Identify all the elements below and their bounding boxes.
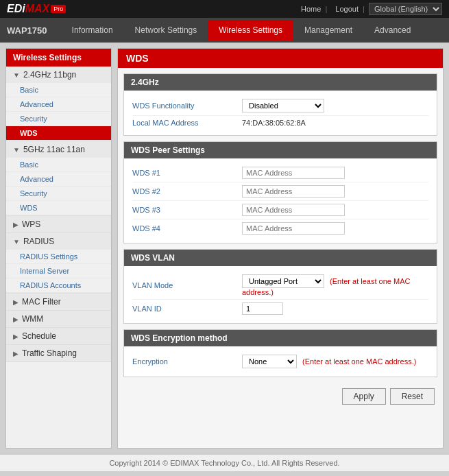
sidebar-item-advanced-24[interactable]: Advanced [6, 97, 111, 112]
nav-tab-wireless-settings[interactable]: Wireless Settings [208, 20, 293, 40]
form-row-wds2: WDS #2 [132, 182, 428, 201]
wds1-value [242, 167, 428, 179]
form-row-vlan-mode: VLAN Mode Untagged Port Tagged Port (Ent… [132, 272, 428, 300]
logo: EDiMAXPro [7, 3, 66, 15]
chevron-down-icon-5g: ▼ [13, 146, 20, 154]
nav-tab-management[interactable]: Management [293, 20, 363, 40]
section-body-vlan: VLAN Mode Untagged Port Tagged Port (Ent… [124, 266, 437, 323]
encryption-value: None WEP WPA (Enter at least one MAC add… [242, 355, 428, 368]
sidebar-item-internal-server[interactable]: Internal Server [6, 264, 111, 278]
home-link[interactable]: Home [301, 5, 321, 13]
page-title: WDS [118, 49, 443, 68]
wds3-value [242, 204, 428, 216]
form-row-local-mac: Local MAC Address 74:DA:38:05:62:8A [132, 116, 428, 130]
sidebar-section-24ghz: ▼ 2.4GHz 11bgn Basic Advanced Security W… [6, 67, 111, 141]
encryption-select[interactable]: None WEP WPA [242, 355, 297, 368]
vlan-mode-select[interactable]: Untagged Port Tagged Port [242, 274, 324, 288]
wds-functionality-label: WDS Functionality [132, 102, 242, 110]
sidebar-section-5ghz: ▼ 5GHz 11ac 11an Basic Advanced Security… [6, 141, 111, 216]
sidebar-wps-label: WPS [22, 219, 40, 229]
sidebar-section-header-24ghz[interactable]: ▼ 2.4GHz 11bgn [6, 67, 111, 83]
sidebar-item-radius-accounts[interactable]: RADIUS Accounts [6, 278, 111, 293]
chevron-right-icon-schedule: ▶ [13, 333, 19, 340]
wds-functionality-select[interactable]: Disabled Enabled [242, 99, 324, 112]
sidebar-item-wmm[interactable]: ▶ WMM [6, 311, 111, 327]
nav-tabs: Information Network Settings Wireless Se… [61, 20, 442, 40]
form-row-vlan-id: VLAN ID [132, 300, 428, 318]
section-peer-settings: WDS Peer Settings WDS #1 WDS #2 WDS #3 [123, 141, 437, 243]
nav-tab-network-settings[interactable]: Network Settings [124, 20, 208, 40]
chevron-right-icon-mac: ▶ [13, 298, 19, 306]
vlan-id-label: VLAN ID [132, 305, 242, 313]
sidebar-section-header-5ghz[interactable]: ▼ 5GHz 11ac 11an [6, 141, 111, 158]
section-vlan: WDS VLAN VLAN Mode Untagged Port Tagged … [123, 249, 437, 324]
local-mac-value: 74:DA:38:05:62:8A [242, 119, 428, 127]
section-header-vlan: WDS VLAN [124, 250, 437, 266]
sidebar-item-basic-5g[interactable]: Basic [6, 158, 111, 172]
nav-tab-information[interactable]: Information [61, 20, 124, 40]
sidebar-item-mac-filter[interactable]: ▶ MAC Filter [6, 294, 111, 310]
vlan-id-input[interactable] [242, 302, 283, 315]
sidebar-schedule-label: Schedule [22, 331, 56, 341]
sidebar-section-radius: ▼ RADIUS RADIUS Settings Internal Server… [6, 233, 111, 294]
chevron-down-icon: ▼ [13, 71, 20, 79]
form-row-encryption: Encryption None WEP WPA (Enter at least … [132, 352, 428, 371]
footer-text: Copyright 2014 © EDIMAX Technology Co., … [109, 459, 339, 467]
encryption-hint: (Enter at least one MAC address.) [302, 357, 416, 366]
sidebar-radius-label: RADIUS [23, 237, 54, 246]
vlan-mode-label: VLAN Mode [132, 281, 242, 289]
sidebar-section-header-radius[interactable]: ▼ RADIUS [6, 233, 111, 250]
chevron-right-icon-wps: ▶ [13, 221, 19, 228]
sidebar-traffic-shaping-label: Traffic Shaping [22, 348, 77, 358]
wds1-input[interactable] [242, 167, 345, 179]
device-name: WAP1750 [7, 25, 47, 36]
sidebar-item-schedule[interactable]: ▶ Schedule [6, 328, 111, 344]
sidebar-section-traffic-shaping: ▶ Traffic Shaping [6, 345, 111, 362]
sidebar-item-basic-24[interactable]: Basic [6, 83, 111, 97]
apply-button[interactable]: Apply [342, 388, 386, 405]
logo-pro-badge: Pro [51, 5, 66, 13]
top-links: Home | Logout | Global (English) [297, 3, 442, 15]
sidebar-item-radius-settings[interactable]: RADIUS Settings [6, 250, 111, 264]
sidebar-section-wmm: ▶ WMM [6, 311, 111, 328]
nav-tab-advanced[interactable]: Advanced [363, 20, 422, 40]
chevron-right-icon-traffic: ▶ [13, 350, 19, 357]
top-bar: EDiMAXPro Home | Logout | Global (Englis… [0, 0, 449, 18]
sidebar-wmm-label: WMM [22, 314, 43, 324]
reset-button[interactable]: Reset [390, 388, 435, 405]
wds2-value [242, 185, 428, 198]
sidebar-item-wds-5g[interactable]: WDS [6, 201, 111, 215]
sidebar-item-wps[interactable]: ▶ WPS [6, 216, 111, 233]
logo-edi: EDi [7, 3, 25, 15]
footer: Copyright 2014 © EDIMAX Technology Co., … [0, 454, 449, 471]
sidebar: Wireless Settings ▼ 2.4GHz 11bgn Basic A… [5, 48, 112, 449]
wds3-input[interactable] [242, 204, 345, 216]
sidebar-item-advanced-5g[interactable]: Advanced [6, 172, 111, 187]
main-container: Wireless Settings ▼ 2.4GHz 11bgn Basic A… [0, 43, 449, 454]
wds1-label: WDS #1 [132, 169, 242, 177]
local-mac-label: Local MAC Address [132, 119, 242, 127]
section-encryption: WDS Encryption method Encryption None WE… [123, 329, 437, 377]
sidebar-item-security-24[interactable]: Security [6, 112, 111, 126]
language-select[interactable]: Global (English) [369, 3, 442, 15]
chevron-right-icon-wmm: ▶ [13, 316, 19, 323]
chevron-down-icon-radius: ▼ [13, 238, 20, 246]
section-header-peer-settings: WDS Peer Settings [124, 142, 437, 158]
logout-link[interactable]: Logout [335, 5, 359, 13]
encryption-label: Encryption [132, 357, 242, 366]
section-body-24ghz: WDS Functionality Disabled Enabled Local… [124, 91, 437, 135]
sidebar-item-security-5g[interactable]: Security [6, 187, 111, 201]
sidebar-section-label-24ghz: 2.4GHz 11bgn [23, 70, 76, 80]
sidebar-item-wds-24[interactable]: WDS [6, 126, 111, 141]
sidebar-item-traffic-shaping[interactable]: ▶ Traffic Shaping [6, 345, 111, 361]
form-row-wds1: WDS #1 [132, 164, 428, 182]
wds4-value [242, 222, 428, 235]
wds2-input[interactable] [242, 185, 345, 198]
section-24ghz: 2.4GHz WDS Functionality Disabled Enable… [123, 73, 437, 136]
form-row-wds3: WDS #3 [132, 201, 428, 219]
section-body-peer-settings: WDS #1 WDS #2 WDS #3 [124, 158, 437, 243]
wds4-input[interactable] [242, 222, 345, 235]
vlan-id-value [242, 302, 428, 315]
sidebar-mac-filter-label: MAC Filter [22, 297, 61, 307]
sidebar-section-schedule: ▶ Schedule [6, 328, 111, 345]
